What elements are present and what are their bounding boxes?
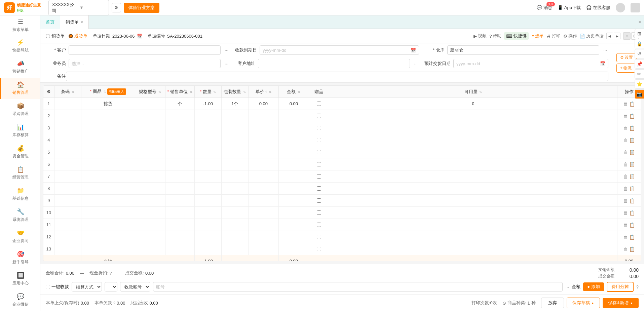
account-input[interactable] — [153, 282, 563, 291]
sidebar-item-purchase[interactable]: 📦 采购管理 — [0, 99, 40, 120]
row-unit-price-1[interactable]: 0.00 — [248, 98, 278, 110]
sidebar-item-sales[interactable]: 🏠 销售管理 — [0, 78, 40, 99]
info-icon-price[interactable]: ℹ — [265, 90, 267, 94]
delete-icon-9[interactable]: 🗑 — [623, 198, 628, 203]
due-date-calendar-icon[interactable]: 📅 — [411, 48, 416, 53]
settings-icon[interactable]: ⚙ — [112, 3, 121, 12]
row-product-2[interactable] — [81, 110, 135, 122]
expected-date-calendar-icon[interactable]: 📅 — [600, 61, 605, 66]
delete-icon-7[interactable]: 🗑 — [623, 174, 628, 179]
tab-close-icon[interactable]: × — [81, 20, 83, 25]
draft-button[interactable]: 保存草稿 ▲ — [567, 298, 600, 308]
copy-icon-13[interactable]: 📋 — [629, 246, 635, 252]
scan-button[interactable]: 扫码录入 — [107, 88, 126, 95]
message-button[interactable]: 💬 消息 99+ — [537, 5, 552, 11]
delete-icon-13[interactable]: 🗑 — [623, 246, 628, 252]
payment-method-select[interactable]: 结算方式 — [72, 282, 102, 291]
salesperson-input[interactable] — [72, 61, 218, 66]
delete-icon-1[interactable]: 🗑 — [623, 101, 628, 107]
th-settings[interactable]: ⚙ — [43, 86, 54, 98]
row-spec-1[interactable] — [135, 98, 165, 110]
sidebar-item-operation[interactable]: 📋 经营管理 — [0, 162, 40, 184]
row-gift-1[interactable] — [309, 98, 329, 110]
save-new-button[interactable]: 保存&新增 ▲ — [603, 298, 639, 308]
select-btn[interactable]: ≡ 选单 — [531, 33, 544, 39]
delete-icon-10[interactable]: 🗑 — [623, 210, 628, 216]
dots-icon[interactable]: ··· — [565, 284, 569, 289]
copy-icon-3[interactable]: 📋 — [629, 125, 635, 131]
row-barcode-1[interactable] — [54, 98, 81, 110]
right-panel-btn-1[interactable]: ⊞ — [635, 29, 644, 38]
copy-icon-4[interactable]: 📋 — [629, 138, 635, 143]
list-view-btn[interactable]: ≡ — [623, 32, 631, 40]
right-panel-btn-6[interactable]: ⭐ — [635, 79, 644, 89]
tab-close-main[interactable]: × — [638, 19, 644, 25]
short-help-icon[interactable]: ? — [113, 301, 115, 305]
online-service-button[interactable]: 🎧 在线客服 — [586, 5, 610, 11]
customer-address-input[interactable] — [261, 61, 407, 66]
sidebar-item-enterprise[interactable]: 🤝 企业协同 — [0, 226, 40, 247]
expense-help-icon[interactable]: ? — [636, 284, 639, 289]
right-panel-btn-3[interactable]: ↺ — [635, 49, 644, 59]
right-panel-btn-7[interactable]: 📷 — [635, 89, 644, 99]
salesperson-wrapper[interactable] — [69, 59, 221, 68]
row-barcode-2[interactable] — [54, 110, 81, 122]
row-spec-2[interactable] — [135, 110, 165, 122]
copy-icon-1[interactable]: 📋 — [629, 101, 635, 107]
avatar[interactable] — [616, 3, 625, 12]
delete-icon-4[interactable]: 🗑 — [623, 138, 628, 143]
payment-method-select2[interactable] — [105, 282, 117, 291]
row-qty-2[interactable] — [194, 110, 221, 122]
sidebar-item-appstore[interactable]: 🔲 应用中心 — [0, 268, 40, 289]
video-link[interactable]: ▶ 视频 — [473, 33, 487, 39]
account-select[interactable]: 收款账号 — [120, 282, 150, 291]
sidebar-item-inventory[interactable]: 📊 库存核算 — [0, 120, 40, 141]
customer-input[interactable] — [72, 48, 218, 53]
discount-help-icon[interactable]: ? — [110, 271, 112, 276]
address-more-icon[interactable]: ··· — [413, 61, 419, 66]
return-order-radio[interactable]: 退货单 — [69, 33, 87, 39]
add-payment-button[interactable]: ● 添加 — [583, 282, 604, 291]
copy-icon-5[interactable]: 📋 — [629, 150, 635, 155]
app-download-button[interactable]: 📱 App下载 — [558, 5, 581, 11]
row-gift-2[interactable] — [309, 110, 329, 122]
remark-input[interactable] — [69, 74, 605, 79]
help-link[interactable]: ? 帮助 — [489, 33, 501, 39]
copy-icon-9[interactable]: 📋 — [629, 198, 635, 203]
right-panel-btn-5[interactable]: ✏ — [635, 69, 644, 79]
trial-button[interactable]: 体验行业方案 — [124, 3, 159, 13]
right-panel-btn-4[interactable]: 📌 — [635, 59, 644, 69]
user-menu[interactable] — [631, 3, 640, 12]
quick-pay-input[interactable] — [46, 285, 50, 289]
next-arrow[interactable]: ▶ — [614, 33, 620, 39]
sidebar-item-quicknav[interactable]: ⚡ 快捷导航 — [0, 35, 40, 56]
print-btn[interactable]: 🖨 打印 — [546, 33, 561, 39]
copy-icon-10[interactable]: 📋 — [629, 210, 635, 216]
delete-icon-8[interactable]: 🗑 — [623, 186, 628, 191]
copy-icon-8[interactable]: 📋 — [629, 186, 635, 191]
copy-icon-2[interactable]: 📋 — [629, 113, 635, 119]
calendar-icon[interactable]: 📅 — [137, 34, 142, 39]
due-date-wrapper[interactable]: 📅 — [260, 45, 419, 55]
warehouse-input[interactable] — [450, 48, 596, 53]
logistics-button[interactable]: + 物流 — [616, 64, 635, 73]
tab-home[interactable]: 首页 — [40, 15, 60, 29]
sidebar-item-wechat[interactable]: 💬 企业微信 — [0, 289, 40, 311]
history-btn[interactable]: 📄 历史单据 — [580, 33, 604, 39]
sidebar-item-basic[interactable]: 📁 基础信息 — [0, 184, 40, 205]
action-btn[interactable]: ⚙ 操作 — [563, 33, 577, 39]
delete-icon-3[interactable]: 🗑 — [623, 125, 628, 131]
remark-wrapper[interactable] — [66, 72, 608, 81]
sidebar-item-marketing[interactable]: 📣 营销推广 — [0, 56, 40, 78]
tab-sales-order[interactable]: 销货单 × — [60, 15, 89, 29]
close-window-icon[interactable]: × — [638, 19, 641, 25]
radio-product-kind[interactable]: ⊙ — [502, 301, 506, 306]
sidebar-item-newbie[interactable]: 🎯 新手引导 — [0, 247, 40, 268]
salesperson-more-icon[interactable]: ··· — [223, 61, 230, 66]
shortcut-btn[interactable]: ⌨ 快捷键 — [504, 32, 529, 40]
sidebar-item-search[interactable]: ☰ 搜索菜单 — [0, 15, 40, 35]
sidebar-item-system[interactable]: 🔧 系统管理 — [0, 205, 40, 226]
delete-icon-6[interactable]: 🗑 — [623, 162, 628, 167]
row-price-2[interactable] — [248, 110, 278, 122]
sidebar-item-finance[interactable]: 💰 资金管理 — [0, 141, 40, 162]
